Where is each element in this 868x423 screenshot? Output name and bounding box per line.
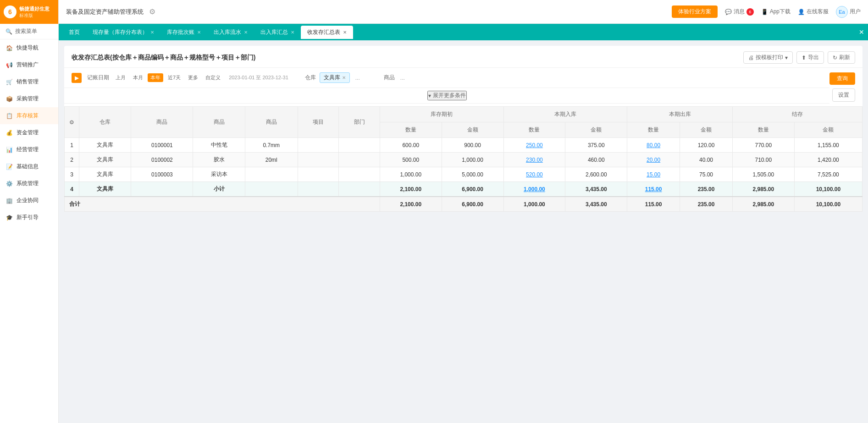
config-dropdown[interactable]: ⚙: [149, 7, 155, 16]
th-settings[interactable]: ⚙: [65, 107, 79, 138]
row-out-qty[interactable]: 80.00: [627, 138, 680, 153]
sidebar-item-quick-nav[interactable]: 🏠 快捷导航: [0, 39, 58, 56]
date-btn-7days[interactable]: 近7天: [165, 73, 183, 82]
tab-close-icon[interactable]: ✕: [197, 30, 201, 35]
row-in-qty[interactable]: 230.00: [503, 153, 565, 167]
tab-recv-send-summary[interactable]: 收发存汇总表 ✕: [301, 26, 353, 39]
row-out-qty[interactable]: 15.00: [627, 167, 680, 182]
tab-label: 出入库汇总: [260, 28, 288, 36]
row-in-qty-link[interactable]: 1,000.00: [524, 186, 545, 192]
app-download-btn[interactable]: 📱 App下载: [761, 8, 791, 16]
refresh-btn[interactable]: ↻ 刷新: [828, 51, 855, 64]
experience-btn[interactable]: 体验行业方案: [672, 5, 718, 18]
row-in-qty[interactable]: 250.00: [503, 138, 565, 153]
sidebar-item-label: 经营管理: [17, 146, 39, 154]
sidebar-item-enterprise[interactable]: 🏢 企业协同: [0, 192, 58, 209]
row-out-qty[interactable]: 20.00: [627, 153, 680, 167]
date-btn-this-month[interactable]: 本月: [130, 73, 146, 82]
row-balance-amt: 7,525.00: [794, 167, 862, 182]
message-btn[interactable]: 💬 消息 6: [725, 8, 754, 16]
date-btn-custom[interactable]: 自定义: [203, 73, 223, 82]
row-dept: [339, 182, 380, 197]
print-icon: 🖨: [748, 55, 754, 61]
warehouse-tag-text: 文具库: [324, 74, 340, 82]
sidebar-item-system[interactable]: ⚙️ 系统管理: [0, 175, 58, 192]
filter-expand-arrow[interactable]: ▶: [72, 73, 82, 83]
warehouse-tag-close[interactable]: ✕: [342, 75, 346, 80]
row-out-qty-link[interactable]: 80.00: [647, 142, 660, 148]
row-balance-qty: 710.00: [732, 153, 794, 167]
row-out-qty-link[interactable]: 115.00: [645, 186, 662, 192]
sidebar-item-operations[interactable]: 📊 经营管理: [0, 141, 58, 158]
chevron-down-icon: ▾: [785, 55, 788, 61]
sidebar-item-inventory[interactable]: 📋 库存核算: [0, 107, 58, 124]
row-out-qty-link[interactable]: 15.00: [647, 171, 660, 178]
footer-opening-amt: 6,900.00: [442, 197, 503, 212]
tab-label: 库存批次账: [167, 28, 194, 36]
expand-more-btn[interactable]: ▾ 展开更多条件: [427, 91, 467, 100]
tab-close-icon[interactable]: ✕: [343, 30, 347, 35]
tab-batch-account[interactable]: 库存批次账 ✕: [160, 26, 207, 39]
table-row: 1文具库0100001中性笔0.7mm600.00900.00250.00375…: [65, 138, 862, 153]
sidebar-item-basic-info[interactable]: 📝 基础信息: [0, 158, 58, 175]
row-in-qty-link[interactable]: 230.00: [526, 157, 543, 163]
row-goods-name: 小计: [193, 182, 245, 197]
tab-home[interactable]: 首页: [62, 26, 86, 39]
row-in-qty[interactable]: 520.00: [503, 167, 565, 182]
footer-opening-qty: 2,100.00: [380, 197, 442, 212]
expand-bar: ▾ 展开更多条件: [64, 88, 829, 104]
row-project: [298, 138, 339, 153]
tab-in-out-summary[interactable]: 出入库汇总 ✕: [254, 26, 301, 39]
sidebar-item-label: 营销推广: [17, 61, 39, 69]
goods-filter-dots[interactable]: ...: [400, 75, 405, 81]
row-in-qty[interactable]: 1,000.00: [503, 182, 565, 197]
user-label: 用户: [850, 8, 861, 16]
sidebar-item-finance[interactable]: 💰 资金管理: [0, 124, 58, 141]
tab-in-out-flow[interactable]: 出入库流水 ✕: [207, 26, 254, 39]
sidebar-item-sales[interactable]: 🛒 销售管理: [0, 73, 58, 90]
sidebar-item-marketing[interactable]: 📢 营销推广: [0, 56, 58, 73]
th-goods-code: 商品: [131, 107, 193, 138]
sidebar-item-label: 库存核算: [17, 112, 39, 120]
export-btn[interactable]: ⬆ 导出: [796, 51, 824, 64]
tabbar-close-all[interactable]: ✕: [859, 28, 864, 36]
page-title: 收发存汇总表(按仓库＋商品编码＋商品＋规格型号＋项目＋部门): [72, 54, 255, 62]
warehouse-filter-dots[interactable]: ...: [355, 75, 360, 81]
sidebar-search[interactable]: 🔍 搜索菜单: [0, 24, 58, 39]
tab-inventory-distribution[interactable]: 现存量（库存分布表） ✕: [86, 26, 160, 39]
marketing-icon: 📢: [6, 61, 13, 69]
row-goods-spec: [245, 167, 298, 182]
enterprise-icon: 🏢: [6, 197, 13, 204]
warehouse-tag: 文具库 ✕: [320, 72, 350, 83]
row-in-qty-link[interactable]: 520.00: [526, 171, 543, 178]
sales-icon: 🛒: [6, 78, 13, 86]
row-project: [298, 182, 339, 197]
row-in-amt: 2,600.00: [565, 167, 627, 182]
row-in-qty-link[interactable]: 250.00: [526, 142, 543, 148]
date-btn-this-year[interactable]: 本年: [148, 73, 163, 82]
filter-settings-btn[interactable]: 设置: [832, 88, 855, 102]
row-out-qty[interactable]: 115.00: [627, 182, 680, 197]
row-out-qty-link[interactable]: 20.00: [647, 157, 660, 163]
row-balance-amt: 1,155.00: [794, 138, 862, 153]
sidebar-item-purchase[interactable]: 📦 采购管理: [0, 90, 58, 107]
row-out-amt: 40.00: [680, 153, 733, 167]
row-no: 1: [65, 138, 79, 153]
tab-close-icon[interactable]: ✕: [244, 30, 248, 35]
online-service-label: 在线客服: [807, 8, 829, 16]
online-service-btn[interactable]: 👤 在线客服: [798, 8, 829, 16]
user-avatar-btn[interactable]: Ea 用户: [836, 6, 861, 18]
data-table: ⚙ 仓库 商品 商品 商品 项目 部门 库存期初 本期入库 本期出库 结存: [64, 106, 862, 212]
tab-close-icon[interactable]: ✕: [291, 30, 294, 35]
sidebar-item-label: 资金管理: [17, 129, 39, 137]
query-btn[interactable]: 查询: [829, 72, 855, 85]
table-row: 2文具库0100002胶水20ml500.001,000.00230.00460…: [65, 153, 862, 167]
page-header: 收发存汇总表(按仓库＋商品编码＋商品＋规格型号＋项目＋部门) 🖨 按模板打印 ▾…: [64, 46, 862, 68]
export-label: 导出: [808, 54, 819, 61]
date-btn-more[interactable]: 更多: [185, 73, 201, 82]
sidebar-item-newbie[interactable]: 🎓 新手引导: [0, 209, 58, 226]
tab-close-icon[interactable]: ✕: [150, 30, 154, 35]
tab-label: 现存量（库存分布表）: [93, 28, 148, 36]
date-btn-last-month[interactable]: 上月: [113, 73, 128, 82]
print-btn[interactable]: 🖨 按模板打印 ▾: [743, 51, 793, 64]
